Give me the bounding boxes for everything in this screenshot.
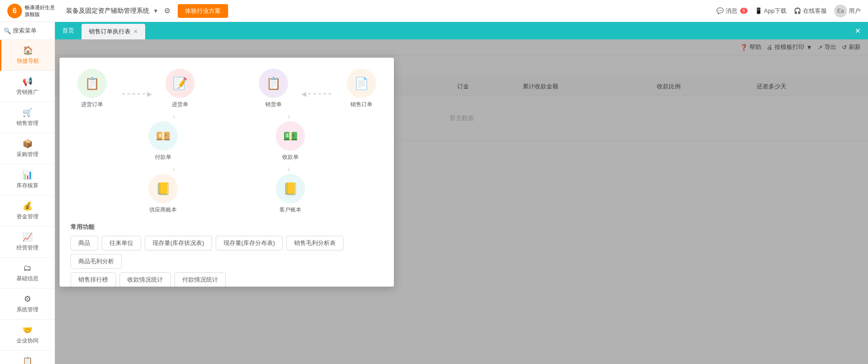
guide-icon: 📋 (22, 356, 33, 364)
settings-icon[interactable]: ⚙ (164, 6, 170, 15)
logo-icon: 6 (7, 4, 22, 18)
top-header: 6 畅康通好生意 旗舰版 装备及固定资产辅助管理系统 ▼ ⚙ 体验行业方案 💬 … (0, 0, 868, 22)
page-content: ❓ 帮助 🖨 按模板打印 ▼ ↗ 导出 ↺ 刷新 (55, 39, 868, 364)
flow-node-payment[interactable]: 💴 付款单 (148, 121, 178, 161)
sales-order-label: 销售订单 (350, 101, 372, 109)
func-btn-sales-gross[interactable]: 销售毛利分析表 (286, 236, 344, 250)
purchase-bill-label: 进货单 (172, 101, 188, 109)
receipt-circle: 💵 (276, 121, 305, 151)
func-btn-sales-rank[interactable]: 销售排行榜 (71, 272, 116, 287)
try-industry-btn[interactable]: 体验行业方案 (178, 4, 228, 18)
flow-node-supplier-ledger[interactable]: 📒 供应商账本 (148, 174, 178, 214)
operation-icon: 📈 (22, 232, 33, 242)
main-layout: 🔍 搜索菜单 🏠 快捷导航 📢 营销推广 🛒 销售管理 📦 采购管理 📊 库存核… (0, 22, 868, 364)
supplier-ledger-label: 供应商账本 (149, 206, 177, 214)
receipt-label: 收款单 (282, 153, 299, 161)
func-btn-stock-status[interactable]: 现存量(库存状况表) (145, 236, 212, 250)
app-download-btn[interactable]: 📱 App下载 (755, 7, 786, 15)
func-btn-product-gross[interactable]: 商品毛利分析 (71, 254, 122, 269)
avatar: Ea (834, 5, 847, 17)
func-btn-payment-stat[interactable]: 付款情况统计 (175, 272, 226, 287)
func-btn-product[interactable]: 商品 (71, 236, 98, 250)
message-icon: 💬 (716, 7, 724, 14)
sidebar-item-guide[interactable]: 📋 新手引导 (0, 351, 55, 364)
sales-order-circle: 📄 (347, 69, 376, 98)
home-icon: 🏠 (23, 45, 33, 55)
func-buttons-row1: 商品 往来单位 现存量(库存状况表) 现存量(库存分布表) 销售毛利分析表 商品… (71, 236, 383, 269)
purchase-bill-circle: 📝 (165, 69, 195, 98)
system-title: 装备及固定资产辅助管理系统 (66, 7, 149, 15)
sidebar-item-operation[interactable]: 📈 经营管理 (0, 227, 55, 258)
message-btn[interactable]: 💬 消息 6 (716, 7, 748, 15)
modal-dialog: 📋 进货订单 ▶ (60, 58, 394, 287)
func-btn-stock-dist[interactable]: 现存量(库存分布表) (216, 236, 283, 250)
system-title-area: 装备及固定资产辅助管理系统 ▼ ⚙ 体验行业方案 (66, 4, 716, 18)
arrows-down-row2: ↓ ↓ (71, 165, 383, 174)
sidebar-item-inventory[interactable]: 📊 库存核算 (0, 164, 55, 196)
flow-node-receipt[interactable]: 💵 收款单 (276, 121, 305, 161)
flow-node-sales-order[interactable]: 📄 销售订单 (347, 69, 376, 109)
customer-ledger-label: 客户账本 (279, 206, 301, 214)
logo-area: 6 畅康通好生意 旗舰版 (7, 4, 62, 18)
sales-bill-label: 销货单 (265, 101, 282, 109)
func-btn-receipt-stat[interactable]: 收款情况统计 (120, 272, 171, 287)
sales-icon: 🛒 (22, 108, 33, 118)
sidebar-item-marketing[interactable]: 📢 营销推广 (0, 71, 55, 102)
payment-label: 付款单 (155, 153, 171, 161)
message-badge: 6 (740, 8, 748, 14)
user-menu-btn[interactable]: Ea 用户 (834, 5, 861, 17)
purchase-icon: 📦 (22, 139, 33, 149)
customer-ledger-circle: 📒 (276, 174, 305, 203)
corp-icon: 🤝 (22, 325, 33, 335)
marketing-icon: 📢 (22, 76, 33, 87)
flow-diagram: 📋 进货订单 ▶ (71, 69, 383, 214)
supplier-ledger-circle: 📒 (148, 174, 178, 203)
flow-node-sales-bill[interactable]: 📋 销货单 (259, 69, 288, 109)
close-all-tabs-btn[interactable]: ✕ (847, 27, 868, 35)
common-funcs-title: 常用功能 (71, 223, 383, 231)
purchase-order-label: 进货订单 (81, 101, 103, 109)
tab-close-btn[interactable]: ✕ (133, 28, 138, 35)
flow-row3: 📒 供应商账本 📒 客户账本 (71, 174, 383, 214)
sidebar-item-system[interactable]: ⚙ 系统管理 (0, 288, 55, 320)
arrow-po-pb: ▶ (120, 90, 152, 109)
common-funcs: 常用功能 商品 往来单位 现存量(库存状况表) 现存量(库存分布表) 销售毛利分… (71, 223, 383, 287)
sidebar-item-finance[interactable]: 💰 资金管理 (0, 196, 55, 227)
online-service-btn[interactable]: 🎧 在线客服 (794, 7, 827, 15)
header-right: 💬 消息 6 📱 App下载 🎧 在线客服 Ea 用户 (716, 5, 861, 17)
tab-home[interactable]: 首页 (55, 22, 82, 39)
basic-icon: 🗂 (23, 263, 32, 273)
payment-circle: 💴 (148, 121, 178, 151)
inventory-icon: 📊 (22, 170, 33, 180)
content-area: 首页 销售订单执行表 ✕ ✕ ❓ 帮助 🖨 按模板打印 ▼ (55, 22, 868, 364)
system-icon: ⚙ (24, 294, 31, 304)
finance-icon: 💰 (22, 201, 33, 211)
search-menu-btn[interactable]: 🔍 搜索菜单 (0, 22, 55, 40)
sidebar-item-basic[interactable]: 🗂 基础信息 (0, 258, 55, 288)
modal-overlay: 📋 进货订单 ▶ (55, 39, 868, 364)
sidebar: 🔍 搜索菜单 🏠 快捷导航 📢 营销推广 🛒 销售管理 📦 采购管理 📊 库存核… (0, 22, 55, 364)
search-icon: 🔍 (4, 27, 11, 34)
func-btn-partner[interactable]: 往来单位 (102, 236, 141, 250)
system-dropdown-btn[interactable]: ▼ (153, 8, 158, 14)
flow-node-purchase-order[interactable]: 📋 进货订单 (77, 69, 107, 109)
sidebar-item-sales[interactable]: 🛒 销售管理 (0, 102, 55, 133)
phone-icon: 📱 (755, 7, 762, 14)
headset-icon: 🎧 (794, 7, 801, 14)
purchase-order-circle: 📋 (77, 69, 107, 98)
func-buttons-row2: 销售排行榜 收款情况统计 付款情况统计 (71, 272, 383, 287)
sidebar-item-corp[interactable]: 🤝 企业协同 (0, 320, 55, 351)
arrows-down-row: ↓ ↓ (71, 112, 383, 121)
logo-text: 畅康通好生意 旗舰版 (25, 4, 55, 17)
tab-bar: 首页 销售订单执行表 ✕ ✕ (55, 22, 868, 39)
tab-sales-order[interactable]: 销售订单执行表 ✕ (82, 24, 145, 39)
flow-node-customer-ledger[interactable]: 📒 客户账本 (276, 174, 305, 214)
flow-node-purchase-bill[interactable]: 📝 进货单 (165, 69, 195, 109)
arrow-so-sb: ◀ (301, 90, 333, 109)
sales-bill-circle: 📋 (259, 69, 288, 98)
sidebar-item-quick[interactable]: 🏠 快捷导航 (0, 40, 55, 71)
sidebar-item-purchase[interactable]: 📦 采购管理 (0, 133, 55, 164)
